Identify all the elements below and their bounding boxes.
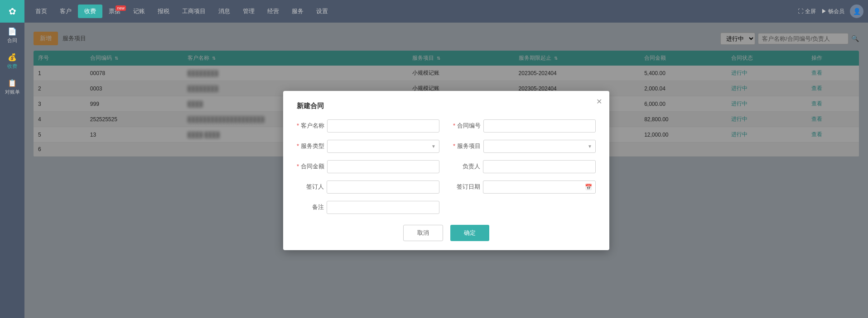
confirm-button[interactable]: 确定 (450, 225, 489, 241)
form-row-3: * 合同金额 0.00 负责人 (297, 160, 596, 173)
modal-footer: 取消 确定 (297, 225, 596, 241)
form-group-service-type: * 服务类型 ▼ (297, 140, 439, 153)
form-group-responsible: 负责人 (453, 160, 596, 173)
form-group-contract-no: * 合同编号 (453, 119, 596, 133)
form-row-1: * 客户名称 * 合同编号 (297, 119, 596, 133)
new-contract-modal: 新建合同 ✕ * 客户名称 * 合同编号 (283, 91, 609, 250)
fee-icon: 💰 (8, 53, 17, 62)
sign-date-label: 签订日期 (453, 183, 480, 191)
user-avatar[interactable]: 👤 (850, 5, 863, 18)
sidebar-item-label: 合同 (7, 37, 17, 44)
top-navigation: 首页 客户 收费 票据 new 记账 报税 工商项目 消息 管理 经营 (24, 0, 868, 23)
nav-tax[interactable]: 报税 (151, 5, 176, 18)
form-group-amount: * 合同金额 0.00 (297, 160, 439, 173)
sidebar-item-statement[interactable]: 📋 对账单 (0, 74, 24, 100)
modal-title: 新建合同 (297, 102, 596, 110)
remark-label: 备注 (297, 203, 324, 211)
form-row-4: 签订人 签订日期 2023-06-06 📅 (297, 180, 596, 194)
signer-label: 签订人 (297, 183, 324, 191)
form-group-remark: 备注 (297, 201, 439, 214)
form-group-service-item: * 服务项目 ▼ (453, 140, 596, 153)
responsible-label: 负责人 (453, 162, 480, 171)
nav-invoice[interactable]: 票据 new (102, 5, 127, 18)
nav-message[interactable]: 消息 (212, 5, 236, 18)
nav-client[interactable]: 客户 (53, 5, 78, 18)
form-group-sign-date: 签订日期 2023-06-06 📅 (453, 180, 596, 194)
nav-business[interactable]: 工商项目 (176, 5, 212, 18)
form-group-signer: 签订人 (297, 180, 439, 194)
member-button[interactable]: ▶ 畅会员 (821, 8, 844, 15)
sign-date-input[interactable]: 2023-06-06 (483, 180, 596, 194)
service-type-label: * 服务类型 (297, 142, 324, 150)
modal-close-button[interactable]: ✕ (596, 97, 602, 106)
responsible-input[interactable] (483, 160, 596, 173)
sidebar: ✿ 📄 合同 💰 收费 📋 对账单 (0, 0, 24, 318)
sidebar-item-label: 对账单 (5, 89, 20, 95)
main-container: 首页 客户 收费 票据 new 记账 报税 工商项目 消息 管理 经营 (24, 0, 868, 318)
new-badge: new (116, 5, 126, 11)
cancel-button[interactable]: 取消 (403, 225, 443, 241)
contract-no-label: * 合同编号 (453, 122, 481, 130)
service-type-select[interactable] (327, 140, 439, 153)
form-row-2: * 服务类型 ▼ * 服务项目 (297, 140, 596, 153)
contract-no-input[interactable] (483, 119, 596, 133)
sidebar-item-label: 收费 (7, 63, 17, 70)
content-area: 新增 服务项目 进行中 已完成 已终止 🔍 序号 (24, 23, 868, 318)
modal-overlay: 新建合同 ✕ * 客户名称 * 合同编号 (24, 23, 868, 318)
sidebar-item-fee[interactable]: 💰 收费 (0, 48, 24, 74)
nav-fee[interactable]: 收费 (78, 5, 102, 18)
sidebar-item-contract[interactable]: 📄 合同 (0, 23, 24, 48)
amount-label: * 合同金额 (297, 162, 324, 171)
service-item-label: * 服务项目 (453, 142, 481, 150)
remark-input[interactable] (327, 201, 439, 214)
fullscreen-button[interactable]: ⛶ 全屏 (798, 8, 815, 15)
topnav-right: ⛶ 全屏 ▶ 畅会员 👤 (798, 5, 863, 18)
nav-service[interactable]: 服务 (285, 5, 310, 18)
client-label: * 客户名称 (297, 122, 324, 130)
statement-icon: 📋 (8, 79, 17, 87)
nav-home[interactable]: 首页 (29, 5, 53, 18)
signer-input[interactable] (327, 180, 439, 194)
form-row-5: 备注 (297, 201, 596, 214)
nav-settings[interactable]: 设置 (310, 5, 334, 18)
nav-operation[interactable]: 经营 (261, 5, 285, 18)
app-logo[interactable]: ✿ (0, 0, 24, 23)
contract-icon: 📄 (8, 27, 17, 36)
nav-accounting[interactable]: 记账 (127, 5, 151, 18)
form-group-client: * 客户名称 (297, 119, 439, 133)
nav-manage[interactable]: 管理 (236, 5, 261, 18)
amount-input[interactable]: 0.00 (327, 160, 439, 173)
client-name-input[interactable] (327, 119, 439, 133)
service-item-select[interactable] (483, 140, 596, 153)
